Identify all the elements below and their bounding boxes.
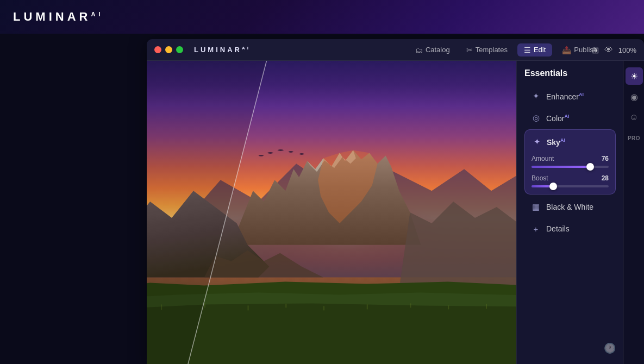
photo-area bbox=[147, 61, 516, 364]
traffic-lights bbox=[154, 46, 183, 53]
amount-slider-fill bbox=[532, 166, 590, 168]
svg-rect-7 bbox=[323, 306, 324, 310]
boost-slider-track[interactable] bbox=[532, 185, 609, 187]
window-titlebar: LUMINARAI 🗂 Catalog ✂ Templates ☰ Edit 📤… bbox=[147, 39, 644, 61]
nav-templates[interactable]: ✂ Templates bbox=[460, 43, 514, 57]
amount-slider-row: Amount 76 bbox=[532, 155, 609, 168]
amount-label: Amount bbox=[532, 155, 554, 162]
svg-rect-10 bbox=[448, 305, 449, 309]
panel-content: Essentials ✦ EnhancerAI ◎ ColorAI bbox=[517, 61, 623, 364]
sky-panel-header[interactable]: ✦ SkyAI bbox=[532, 136, 609, 147]
svg-rect-5 bbox=[248, 305, 249, 310]
eye-icon[interactable]: 👁 bbox=[604, 45, 613, 55]
nav-edit[interactable]: ☰ Edit bbox=[517, 43, 552, 57]
bw-icon: ▦ bbox=[530, 201, 542, 213]
svg-rect-11 bbox=[486, 304, 487, 309]
window-logo: LUMINARAI bbox=[194, 46, 251, 54]
nav-catalog[interactable]: 🗂 Catalog bbox=[409, 43, 457, 57]
publish-icon: 📤 bbox=[562, 46, 571, 54]
essentials-icon-btn[interactable]: ☀ bbox=[626, 67, 643, 85]
color-icon: ◎ bbox=[530, 112, 542, 124]
maximize-button[interactable] bbox=[176, 46, 183, 53]
zoom-level: 100% bbox=[618, 46, 636, 54]
sky-label: SkyAI bbox=[547, 137, 565, 147]
sky-panel: ✦ SkyAI Amount 76 bbox=[524, 129, 616, 194]
panels-icon[interactable]: ⊞ bbox=[592, 45, 599, 55]
details-tool[interactable]: + Details bbox=[524, 218, 616, 239]
minimize-button[interactable] bbox=[165, 46, 172, 53]
amount-slider-track[interactable] bbox=[532, 166, 609, 168]
svg-rect-4 bbox=[204, 303, 205, 307]
top-bar: LUMINARAI bbox=[0, 0, 644, 34]
boost-slider-thumb[interactable] bbox=[549, 183, 557, 190]
close-button[interactable] bbox=[154, 46, 161, 53]
window-zoom-controls: ⊞ 👁 100% bbox=[592, 39, 636, 61]
color-tool[interactable]: ◎ ColorAI bbox=[524, 108, 616, 128]
boost-slider-row: Boost 28 bbox=[532, 174, 609, 187]
main-window: LUMINARAI 🗂 Catalog ✂ Templates ☰ Edit 📤… bbox=[147, 39, 644, 364]
catalog-icon: 🗂 bbox=[415, 46, 423, 54]
boost-label: Boost bbox=[532, 174, 548, 182]
sky-icon: ✦ bbox=[532, 136, 542, 147]
templates-icon: ✂ bbox=[466, 46, 473, 54]
sidebar-icons: ☀ ◉ ☺ PRO bbox=[623, 61, 644, 364]
details-icon: + bbox=[530, 223, 542, 235]
boost-value: 28 bbox=[602, 174, 609, 182]
main-content: Essentials ✦ EnhancerAI ◎ ColorAI bbox=[147, 61, 644, 364]
creative-icon-btn[interactable]: ◉ bbox=[626, 88, 643, 105]
svg-rect-9 bbox=[410, 303, 411, 307]
svg-rect-6 bbox=[285, 304, 286, 307]
history-button[interactable]: 🕐 bbox=[602, 340, 618, 356]
details-label: Details bbox=[546, 224, 570, 233]
panel-title: Essentials bbox=[524, 68, 616, 78]
edit-icon: ☰ bbox=[524, 46, 531, 54]
pro-icon-btn[interactable]: PRO bbox=[626, 129, 643, 147]
right-panel: Essentials ✦ EnhancerAI ◎ ColorAI bbox=[516, 61, 644, 364]
enhancer-label: EnhancerAI bbox=[546, 92, 584, 101]
mountain-image bbox=[147, 61, 516, 364]
color-label: ColorAI bbox=[546, 114, 569, 123]
bw-label: Black & White bbox=[546, 203, 593, 211]
window-nav: 🗂 Catalog ✂ Templates ☰ Edit 📤 Publish bbox=[409, 43, 604, 57]
app-logo: LUMINARAI bbox=[13, 10, 103, 24]
bw-tool[interactable]: ▦ Black & White bbox=[524, 197, 616, 217]
enhancer-icon: ✦ bbox=[530, 90, 542, 102]
amount-value: 76 bbox=[602, 155, 609, 162]
svg-rect-8 bbox=[367, 304, 368, 309]
amount-slider-thumb[interactable] bbox=[586, 163, 594, 171]
portrait-icon-btn[interactable]: ☺ bbox=[626, 109, 643, 126]
enhancer-tool[interactable]: ✦ EnhancerAI bbox=[524, 86, 616, 106]
